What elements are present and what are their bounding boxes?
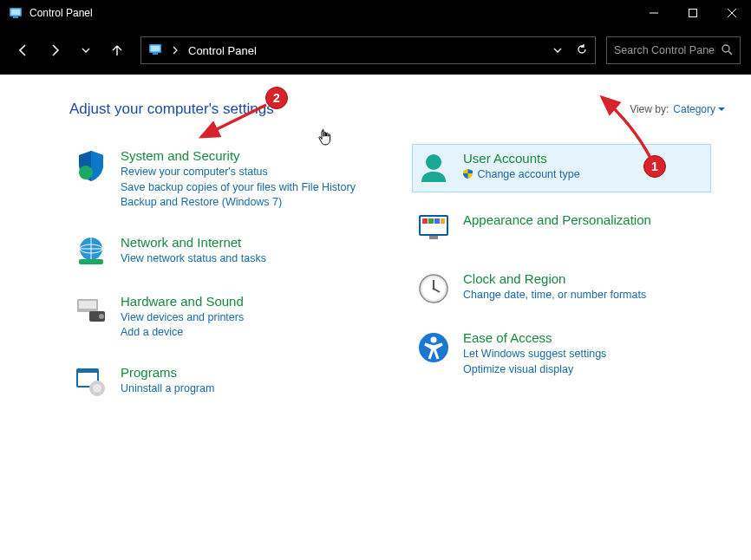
svg-rect-11 [79, 259, 103, 264]
link-uninstall-program[interactable]: Uninstall a program [121, 381, 364, 397]
category-hardware-sound: Hardware and Sound View devices and prin… [69, 290, 369, 345]
category-clock-region: Clock and Region Change date, time, or n… [412, 267, 711, 310]
settings-title: Adjust your computer's settings [69, 101, 274, 118]
clock-icon [416, 271, 451, 306]
annotation-badge-1: 1 [643, 155, 666, 178]
link-network-status[interactable]: View network status and tasks [121, 251, 364, 267]
category-title-appearance-personalization[interactable]: Appearance and Personalization [463, 212, 707, 227]
programs-icon [74, 365, 108, 400]
user-icon [416, 151, 451, 186]
toolbar: Control Panel [0, 26, 751, 75]
category-title-user-accounts[interactable]: User Accounts [463, 151, 707, 166]
link-suggest-settings[interactable]: Let Windows suggest settings [463, 347, 707, 362]
link-devices-printers[interactable]: View devices and printers [121, 310, 364, 326]
svg-point-30 [433, 288, 435, 290]
refresh-button[interactable] [576, 43, 588, 58]
svg-rect-23 [422, 218, 428, 224]
close-button[interactable] [712, 0, 751, 26]
view-by-label: View by: [630, 103, 669, 115]
svg-rect-24 [428, 218, 434, 224]
link-optimize-visual[interactable]: Optimize visual display [463, 362, 707, 378]
control-panel-breadcrumb-icon [148, 42, 162, 59]
monitor-icon [416, 212, 451, 247]
globe-icon [74, 235, 108, 270]
category-ease-of-access: Ease of Access Let Windows suggest setti… [412, 326, 711, 381]
svg-point-15 [99, 314, 104, 319]
search-bar[interactable] [606, 36, 741, 64]
svg-rect-6 [153, 53, 158, 55]
category-network-internet: Network and Internet View network status… [69, 231, 369, 274]
caret-down-icon [718, 106, 725, 113]
category-title-network-internet[interactable]: Network and Internet [121, 235, 364, 250]
breadcrumb-item[interactable]: Control Panel [188, 44, 257, 57]
forward-button[interactable] [42, 37, 68, 63]
back-button[interactable] [10, 37, 36, 63]
uac-shield-icon [463, 168, 473, 178]
up-button[interactable] [104, 37, 130, 63]
link-change-account-type[interactable]: Change account type [463, 167, 707, 183]
titlebar: Control Panel [0, 0, 751, 26]
category-title-system-security[interactable]: System and Security [121, 148, 364, 163]
link-review-status[interactable]: Review your computer's status [121, 165, 364, 180]
search-icon[interactable] [721, 43, 733, 58]
svg-rect-26 [441, 218, 445, 224]
svg-point-20 [426, 154, 441, 170]
category-title-hardware-sound[interactable]: Hardware and Sound [121, 294, 364, 309]
category-title-clock-region[interactable]: Clock and Region [463, 271, 707, 286]
titlebar-title: Control Panel [29, 7, 634, 19]
category-title-programs[interactable]: Programs [121, 365, 364, 380]
svg-rect-1 [11, 10, 21, 16]
printer-icon [74, 294, 108, 329]
maximize-button[interactable] [673, 0, 712, 26]
category-user-accounts[interactable]: User Accounts Change account type [412, 144, 711, 192]
minimize-button[interactable] [634, 0, 673, 26]
link-backup-restore[interactable]: Backup and Restore (Windows 7) [121, 195, 364, 211]
link-add-device[interactable]: Add a device [121, 325, 364, 341]
svg-point-7 [722, 45, 729, 52]
svg-point-32 [431, 337, 437, 343]
link-file-history[interactable]: Save backup copies of your files with Fi… [121, 180, 364, 196]
svg-rect-2 [13, 16, 18, 18]
annotation-badge-2: 2 [265, 87, 288, 109]
link-change-date-time[interactable]: Change date, time, or number formats [463, 288, 707, 303]
address-dropdown-button[interactable] [553, 44, 562, 57]
svg-point-8 [79, 166, 93, 179]
svg-rect-25 [434, 218, 440, 224]
category-title-ease-of-access[interactable]: Ease of Access [463, 330, 707, 345]
svg-rect-27 [429, 236, 438, 239]
search-input[interactable] [614, 44, 715, 56]
category-system-security: System and Security Review your computer… [69, 144, 369, 215]
view-by-dropdown[interactable]: Category [673, 103, 725, 115]
svg-rect-3 [689, 10, 696, 17]
shield-icon [74, 148, 108, 183]
svg-point-19 [93, 384, 101, 393]
category-appearance-personalization: Appearance and Personalization [412, 208, 711, 251]
address-bar[interactable]: Control Panel [140, 36, 596, 64]
chevron-right-icon [172, 44, 179, 57]
svg-rect-13 [79, 301, 96, 309]
control-panel-icon [9, 6, 23, 20]
category-programs: Programs Uninstall a program [69, 361, 369, 404]
accessibility-icon [416, 330, 451, 365]
recent-menu-button[interactable] [73, 37, 99, 63]
svg-rect-5 [151, 45, 160, 51]
